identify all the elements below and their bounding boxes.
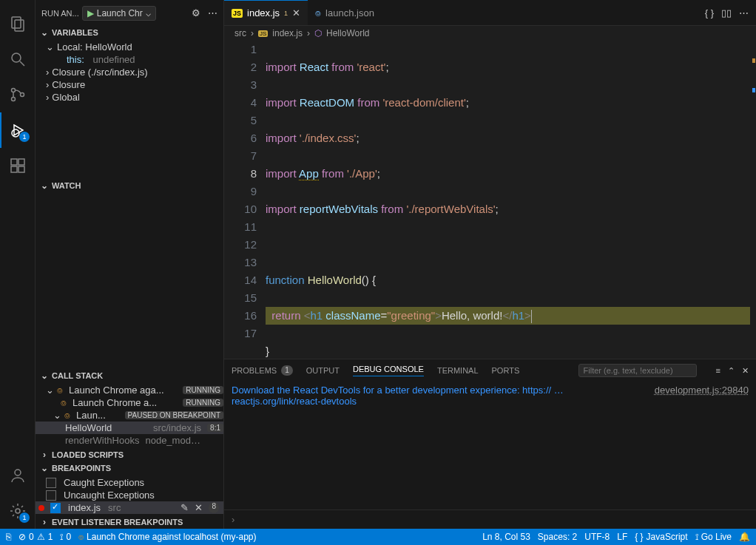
svg-line-3 — [20, 61, 24, 66]
filter-settings-icon[interactable]: ≡ — [716, 366, 720, 376]
callstack-tree: ⌄⌾Launch Chrome aga...RUNNING ⌾Launch Ch… — [36, 382, 223, 448]
tab-terminal[interactable]: TERMINAL — [437, 366, 479, 375]
debug-icon[interactable]: 1 — [0, 112, 36, 148]
cs-session-1[interactable]: ⌄⌾Launch Chrome aga...RUNNING — [36, 384, 223, 396]
braces-icon[interactable]: { } — [705, 7, 714, 18]
status-lang[interactable]: { }JavaScript — [635, 532, 687, 542]
chevron-down-icon: ⌄ — [40, 370, 49, 381]
activity-bar: 1 1 — [0, 0, 36, 529]
sidebar-title: RUN AN... — [41, 9, 79, 18]
scope-closure-src[interactable]: ›Closure (./src/index.js) — [36, 66, 223, 78]
bottom-panel: PROBLEMS1 OUTPUT DEBUG CONSOLE TERMINAL … — [224, 359, 756, 529]
code-body[interactable]: import React from 'react'; import ReactD… — [266, 41, 750, 359]
scope-global[interactable]: ›Global — [36, 91, 223, 104]
debug-badge: 1 — [19, 132, 29, 142]
status-golive[interactable]: ⟟Go Live — [695, 532, 732, 542]
debug-file-icon: ⌾ — [315, 7, 321, 18]
scope-local[interactable]: ⌄Local: HelloWorld — [36, 41, 223, 53]
bp-caught[interactable]: Caught Exceptions — [36, 476, 223, 489]
status-radio[interactable]: ⟟0 — [60, 532, 71, 542]
bp-file[interactable]: index.jssrc✎✕8 — [36, 501, 223, 514]
close-icon[interactable]: ✕ — [742, 366, 749, 376]
breakpoint-dot-icon — [38, 505, 44, 511]
accounts-icon[interactable] — [0, 458, 36, 493]
checkbox-checked[interactable] — [50, 503, 61, 513]
debug-sidebar: RUN AN... ▶ Launch Chr ⌵ ⚙ ⋯ ⌄VARIABLES … — [36, 0, 224, 529]
cs-frame-2[interactable]: renderWithHooksnode_mod… — [36, 434, 223, 447]
settings-badge: 1 — [19, 512, 29, 523]
svg-point-5 — [11, 98, 15, 101]
bp-uncaught[interactable]: Uncaught Exceptions — [36, 489, 223, 501]
svg-rect-1 — [15, 20, 24, 31]
line-gutter: 1 2 3 4 5 6 7 ▷8 9 10 11 12 13 14 15 16 … — [224, 41, 266, 359]
svg-rect-12 — [18, 166, 24, 172]
split-editor-icon[interactable]: ▯▯ — [721, 7, 732, 18]
console-source-link[interactable]: development.js:29840 — [655, 385, 749, 396]
variables-tree: ⌄Local: HelloWorld this: undefined ›Clos… — [36, 39, 223, 105]
explorer-icon[interactable] — [0, 6, 36, 41]
svg-rect-9 — [11, 159, 17, 165]
watch-header[interactable]: ⌄WATCH — [36, 179, 223, 192]
extensions-icon[interactable] — [0, 148, 36, 183]
settings-icon[interactable]: 1 — [0, 493, 36, 529]
checkbox[interactable] — [46, 490, 56, 501]
tab-ports[interactable]: PORTS — [492, 366, 520, 375]
chevron-down-icon: ⌄ — [40, 463, 49, 473]
source-control-icon[interactable] — [0, 77, 36, 112]
more-icon[interactable]: ⋯ — [208, 7, 217, 18]
checkbox[interactable] — [46, 478, 56, 488]
callstack-header[interactable]: ⌄CALL STACK — [36, 369, 223, 382]
status-errors[interactable]: ⊘0⚠1 — [18, 532, 53, 542]
status-cursor[interactable]: Ln 8, Col 53 — [482, 532, 530, 542]
maximize-icon[interactable]: ⌃ — [728, 366, 735, 376]
close-icon[interactable]: ✕ — [292, 7, 300, 18]
tab-debug-console[interactable]: DEBUG CONSOLE — [353, 365, 424, 376]
cs-frame-1[interactable]: HelloWorldsrc/index.js8:1 — [36, 422, 223, 434]
close-icon[interactable]: ✕ — [195, 502, 203, 513]
launch-config-select[interactable]: ▶ Launch Chr ⌵ — [82, 6, 156, 21]
svg-point-14 — [16, 509, 20, 513]
tab-problems[interactable]: PROBLEMS1 — [232, 365, 293, 376]
cs-thread[interactable]: ⌄⌾Laun...PAUSED ON BREAKPOINT — [36, 409, 223, 422]
filter-input[interactable] — [578, 364, 697, 377]
var-this[interactable]: this: undefined — [36, 53, 223, 66]
tab-output[interactable]: OUTPUT — [306, 366, 340, 375]
edit-icon[interactable]: ✎ — [180, 502, 189, 513]
editor-tabs: JSindex.js1✕ ⌾launch.json { } ▯▯ ⋯ — [224, 0, 756, 26]
cs-session-2[interactable]: ⌾Launch Chrome a...RUNNING — [36, 396, 223, 409]
svg-point-2 — [12, 53, 21, 62]
panel-tabs: PROBLEMS1 OUTPUT DEBUG CONSOLE TERMINAL … — [224, 359, 756, 382]
scope-closure[interactable]: ›Closure — [36, 78, 223, 91]
launch-play-icon[interactable]: ▶ — [87, 8, 94, 18]
code-editor[interactable]: 1 2 3 4 5 6 7 ▷8 9 10 11 12 13 14 15 16 … — [224, 41, 756, 359]
sidebar-header: RUN AN... ▶ Launch Chr ⌵ ⚙ ⋯ — [36, 0, 223, 26]
chevron-down-icon: ⌄ — [40, 180, 49, 191]
chevron-down-icon: ⌵ — [146, 8, 151, 18]
breadcrumb[interactable]: src› JS index.js› ⬡ HelloWorld — [224, 26, 756, 41]
breakpoints-tree: Caught Exceptions Uncaught Exceptions in… — [36, 475, 223, 515]
svg-point-6 — [20, 93, 24, 97]
remote-icon[interactable]: ⎘ — [6, 532, 11, 542]
status-spaces[interactable]: Spaces: 2 — [538, 532, 577, 542]
tab-index-js[interactable]: JSindex.js1✕ — [224, 0, 308, 25]
console-input[interactable]: › — [224, 510, 756, 529]
more-icon[interactable]: ⋯ — [739, 7, 749, 18]
tab-launch-json[interactable]: ⌾launch.json — [308, 0, 382, 25]
loaded-scripts-header[interactable]: ›LOADED SCRIPTS — [36, 448, 223, 461]
debug-console[interactable]: Download the React DevTools for a better… — [224, 382, 756, 510]
gear-icon[interactable]: ⚙ — [192, 7, 200, 18]
js-file-icon: JS — [232, 9, 243, 18]
svg-point-13 — [15, 470, 21, 475]
event-breakpoints-header[interactable]: ›EVENT LISTENER BREAKPOINTS — [36, 515, 223, 529]
svg-rect-0 — [12, 17, 21, 28]
status-encoding[interactable]: UTF-8 — [584, 532, 610, 542]
status-eol[interactable]: LF — [617, 532, 627, 542]
bell-icon[interactable]: 🔔 — [739, 532, 750, 542]
launch-config-label: Launch Chr — [97, 8, 143, 18]
chevron-right-icon: › — [40, 517, 49, 527]
breakpoints-header[interactable]: ⌄BREAKPOINTS — [36, 461, 223, 475]
variables-header[interactable]: ⌄VARIABLES — [36, 26, 223, 39]
minimap[interactable] — [750, 41, 756, 359]
search-icon[interactable] — [0, 41, 36, 77]
status-launch[interactable]: ⌾Launch Chrome against localhost (my-app… — [78, 532, 256, 542]
